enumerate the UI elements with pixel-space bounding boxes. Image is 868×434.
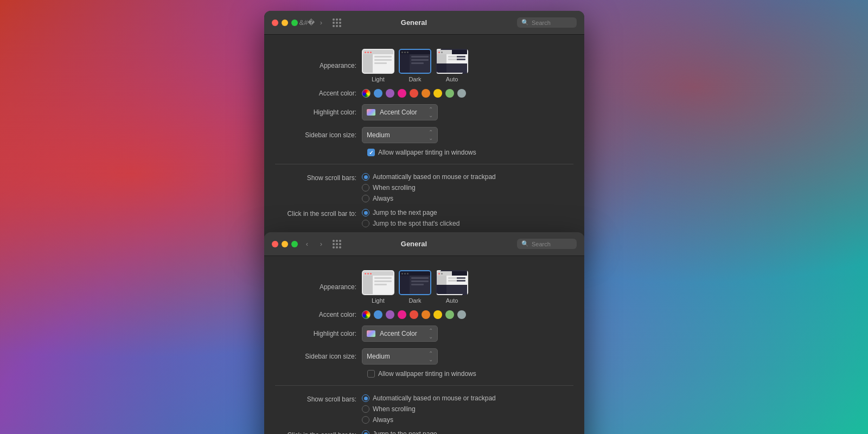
click-scroll-bar-row-top: Click in the scroll bar to: Jump to the … (264, 206, 584, 231)
appearance-light-top[interactable]: Light (362, 49, 394, 82)
scroll-auto-option-top[interactable]: Automatically based on mouse or trackpad (362, 173, 496, 181)
accent-green-bottom[interactable] (445, 310, 454, 319)
appearance-light-preview-top (362, 49, 394, 74)
highlight-color-dropdown-top[interactable]: Accent Color ⌃⌄ (362, 104, 438, 120)
sidebar-icon-size-label-bottom: Sidebar icon size: (280, 353, 356, 360)
scroll-when-radio-bottom[interactable] (362, 405, 369, 413)
show-scroll-bars-options-top: Automatically based on mouse or trackpad… (362, 173, 568, 202)
scroll-always-option-top[interactable]: Always (362, 195, 496, 202)
accent-red-top[interactable] (410, 89, 418, 98)
accent-multicolor-bottom[interactable] (362, 310, 371, 319)
appearance-auto-bottom[interactable]: Auto (436, 270, 468, 304)
sidebar-icon-size-value-top: Medium (367, 131, 424, 139)
appearance-dark-top[interactable]: Dark (399, 49, 431, 82)
highlight-color-arrow-bottom: ⌃⌄ (429, 328, 433, 340)
appearance-auto-top[interactable]: Auto (436, 49, 468, 82)
accent-pink-top[interactable] (398, 89, 406, 98)
click-next-page-option-top[interactable]: Jump to the next page (362, 209, 459, 216)
search-box-bottom[interactable]: 🔍 Search (517, 239, 577, 249)
scroll-always-radio-top[interactable] (362, 195, 369, 202)
appearance-label-top: Appearance: (280, 62, 356, 69)
highlight-color-label-top: Highlight color: (280, 108, 356, 116)
accent-colors-group-bottom (362, 310, 466, 319)
show-scroll-bars-options-bottom: Automatically based on mouse or trackpad… (362, 394, 568, 424)
scroll-auto-radio-bottom[interactable] (362, 394, 369, 402)
click-next-page-radio-bottom[interactable] (362, 430, 369, 434)
minimize-button[interactable] (282, 20, 288, 26)
back-button[interactable]: &#� (302, 18, 312, 28)
accent-color-row-bottom: Accent color: (264, 307, 584, 322)
accent-orange-top[interactable] (422, 89, 430, 98)
sidebar-icon-size-dropdown-top[interactable]: Medium ⌃⌄ (362, 127, 438, 143)
scroll-when-radio-top[interactable] (362, 184, 369, 192)
appearance-row-top: Appearance: (264, 46, 584, 86)
search-input-top[interactable]: Search (532, 20, 551, 26)
close-button[interactable] (272, 20, 278, 26)
highlight-color-row-top: Highlight color: Accent Color ⌃⌄ (264, 101, 584, 124)
accent-red-bottom[interactable] (410, 310, 418, 319)
click-scroll-bar-group-top: Jump to the next page Jump to the spot t… (362, 209, 459, 227)
click-next-page-option-bottom[interactable]: Jump to the next page (362, 430, 459, 434)
accent-orange-bottom[interactable] (422, 310, 430, 319)
minimize-button-bottom[interactable] (282, 241, 288, 247)
search-icon-top: 🔍 (521, 19, 529, 26)
highlight-color-arrow-top: ⌃⌄ (429, 106, 433, 118)
scroll-auto-option-bottom[interactable]: Automatically based on mouse or trackpad (362, 394, 496, 402)
sidebar-icon-size-arrow-top: ⌃⌄ (429, 129, 433, 141)
highlight-color-swatch-top (367, 109, 375, 116)
scroll-always-option-bottom[interactable]: Always (362, 416, 496, 424)
accent-yellow-top[interactable] (433, 89, 442, 98)
wallpaper-tinting-checkbox-top[interactable]: ✓ (367, 149, 375, 156)
appearance-auto-preview-bottom (436, 270, 468, 295)
scroll-when-option-top[interactable]: When scrolling (362, 184, 496, 192)
sidebar-icon-size-label-top: Sidebar icon size: (280, 131, 356, 139)
show-scroll-bars-row-bottom: Show scroll bars: Automatically based on… (264, 391, 584, 427)
click-spot-radio-top[interactable] (362, 220, 369, 227)
appearance-auto-preview-top (436, 49, 468, 74)
titlebar-bottom: ‹ › General 🔍 Search (264, 232, 584, 256)
click-next-page-radio-top[interactable] (362, 209, 369, 216)
accent-color-label-bottom: Accent color: (280, 311, 356, 318)
sidebar-icon-size-content-bottom: Medium ⌃⌄ (362, 348, 568, 365)
accent-purple-bottom[interactable] (386, 310, 394, 319)
wallpaper-tinting-row-bottom: Allow wallpaper tinting in windows (264, 368, 584, 380)
window-title-top: General (315, 18, 513, 27)
accent-multicolor-top[interactable] (362, 89, 371, 98)
window-title-bottom: General (315, 240, 513, 248)
accent-blue-top[interactable] (374, 89, 382, 98)
sidebar-icon-size-dropdown-bottom[interactable]: Medium ⌃⌄ (362, 348, 438, 365)
content-bottom: Appearance: (264, 256, 584, 434)
accent-graphite-bottom[interactable] (457, 310, 466, 319)
accent-green-top[interactable] (445, 89, 454, 98)
maximize-button[interactable] (291, 20, 298, 26)
scroll-auto-radio-top[interactable] (362, 173, 369, 181)
accent-color-options-bottom (362, 310, 568, 319)
accent-graphite-top[interactable] (457, 89, 466, 98)
appearance-light-bottom[interactable]: Light (362, 270, 394, 304)
appearance-options-group-top: Light (362, 49, 468, 82)
accent-yellow-bottom[interactable] (433, 310, 442, 319)
back-button-bottom[interactable]: ‹ (302, 239, 312, 249)
accent-blue-bottom[interactable] (374, 310, 382, 319)
maximize-button-bottom[interactable] (291, 241, 298, 247)
click-spot-option-top[interactable]: Jump to the spot that's clicked (362, 220, 459, 227)
highlight-color-dropdown-bottom[interactable]: Accent Color ⌃⌄ (362, 326, 438, 342)
window-top: &#� › General 🔍 Search Appearance: (264, 11, 584, 241)
click-scroll-bar-label-bottom: Click in the scroll bar to: (280, 430, 356, 434)
highlight-color-value-bottom: Accent Color (380, 330, 424, 337)
close-button-bottom[interactable] (272, 241, 278, 247)
sidebar-icon-size-arrow-bottom: ⌃⌄ (429, 350, 433, 362)
appearance-light-label-bottom: Light (372, 297, 385, 304)
show-scroll-bars-group-top: Automatically based on mouse or trackpad… (362, 173, 496, 202)
search-input-bottom[interactable]: Search (532, 241, 551, 247)
appearance-dark-bottom[interactable]: Dark (399, 270, 431, 304)
sidebar-icon-size-row-bottom: Sidebar icon size: Medium ⌃⌄ (264, 345, 584, 368)
accent-pink-bottom[interactable] (398, 310, 406, 319)
show-scroll-bars-label-top: Show scroll bars: (280, 173, 356, 182)
wallpaper-tinting-checkbox-bottom[interactable] (367, 370, 375, 378)
scroll-when-option-bottom[interactable]: When scrolling (362, 405, 496, 413)
click-scroll-bar-label-top: Click in the scroll bar to: (280, 209, 356, 218)
accent-purple-top[interactable] (386, 89, 394, 98)
scroll-always-radio-bottom[interactable] (362, 416, 369, 424)
search-box-top[interactable]: 🔍 Search (517, 17, 577, 28)
